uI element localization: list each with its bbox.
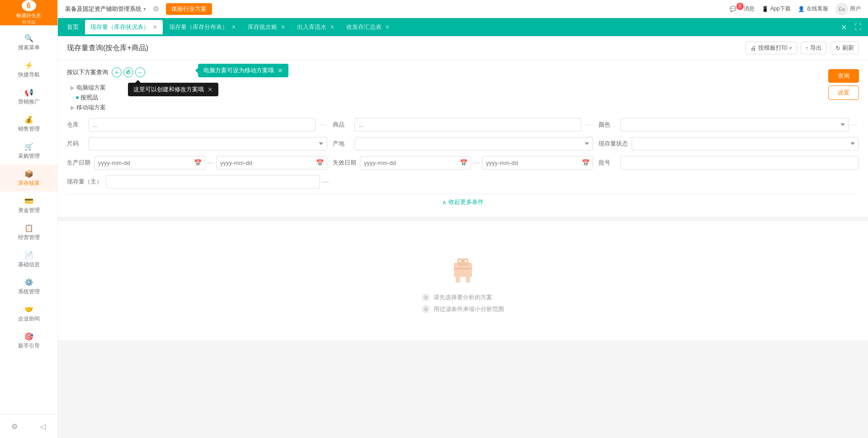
online-service-action[interactable]: 👤 在线客服 xyxy=(798,5,828,13)
sidebar-item-enterprise[interactable]: 🤝 企业协同 xyxy=(0,300,57,327)
calendar-icon-expire-end[interactable]: 📅 xyxy=(582,159,590,166)
sidebar-item-finance[interactable]: 💳 资金管理 xyxy=(0,192,57,219)
tab-inout-flow[interactable]: 出入库流水 ✕ xyxy=(292,20,340,34)
sidebar-item-sales[interactable]: 💰 销售管理 xyxy=(0,110,57,137)
filter-row-2: 尺码 产地 现存量状态 xyxy=(67,137,859,151)
sidebar-item-inventory[interactable]: 📦 库存核算 xyxy=(0,165,57,192)
svg-point-2 xyxy=(459,260,461,262)
goods-input[interactable] xyxy=(354,118,581,132)
filter-label: 按以下方案查询 xyxy=(67,68,108,76)
sidebar-item-system[interactable]: ⚙️ 系统管理 xyxy=(0,273,57,300)
gear-icon-btn[interactable]: ⚙ xyxy=(150,3,162,15)
query-button[interactable]: 查询 xyxy=(828,69,859,83)
guide-icon: 🎯 xyxy=(24,332,33,341)
origin-label: 产地 xyxy=(333,140,351,148)
tab-close-all-btn[interactable]: ✕ xyxy=(837,21,850,33)
collapse-label: 收起更多条件 xyxy=(448,198,484,206)
tab-inventory-distribution[interactable]: 现存量（库存分布表） ✕ xyxy=(164,20,241,34)
collapse-sidebar-btn[interactable]: ◁ xyxy=(37,420,49,433)
empty-step-2-text: 用过滤条件来缩小分析范围 xyxy=(434,305,504,313)
collapse-more-btn[interactable]: ∧ 收起更多条件 xyxy=(67,194,859,210)
expire-date-start-wrap: 📅 xyxy=(360,156,471,170)
finance-icon: 💳 xyxy=(24,196,33,205)
warehouse-input[interactable] xyxy=(89,118,316,132)
expire-date-end[interactable] xyxy=(482,156,593,170)
tab-close-distribution[interactable]: ✕ xyxy=(231,24,236,30)
produce-date-end[interactable] xyxy=(216,156,327,170)
tab-close-inout[interactable]: ✕ xyxy=(330,24,335,30)
expire-date-start[interactable] xyxy=(360,156,471,170)
sidebar-item-operations[interactable]: 📋 经营管理 xyxy=(0,219,57,246)
color-more-icon[interactable]: ⋯ xyxy=(849,121,859,128)
stock-qty-range: — xyxy=(106,175,329,188)
sidebar-item-purchase[interactable]: 🛒 采购管理 xyxy=(0,137,57,165)
scheme-group-pc-name[interactable]: 电脑端方案 xyxy=(76,84,106,92)
app-download-action[interactable]: 📱 App下载 xyxy=(762,5,791,13)
svg-rect-5 xyxy=(466,277,470,283)
tab-close-inventory-status[interactable]: ✕ xyxy=(153,24,157,30)
back-scheme-btn[interactable]: ← xyxy=(135,67,145,77)
filter-field-goods: 商品 ⋯ xyxy=(333,118,593,132)
reset-button[interactable]: 设置 xyxy=(828,85,859,100)
message-action[interactable]: 💬 9 消息 xyxy=(730,5,755,13)
print-btn[interactable]: 🖨 按模板打印 ▾ xyxy=(745,42,797,54)
stock-qty-min[interactable] xyxy=(106,175,320,188)
warehouse-more-icon[interactable]: ⋯ xyxy=(317,121,327,128)
system-icon: ⚙️ xyxy=(24,278,33,287)
sidebar-item-marketing[interactable]: 📢 营销推广 xyxy=(0,83,57,110)
tab-batch-ledger[interactable]: 库存批次账 ✕ xyxy=(242,20,291,34)
sidebar-nav: 🔍 搜索菜单 ⚡ 快捷导航 📢 营销推广 💰 销售管理 🛒 采购管理 📦 库存核… xyxy=(0,25,57,414)
produce-date-label: 生产日期 xyxy=(67,159,90,167)
tab-receive-send-label: 收发存汇总表 xyxy=(346,23,382,31)
batch-input[interactable] xyxy=(620,156,859,170)
scheme-toggle-pc[interactable]: ▶ xyxy=(71,85,75,91)
settings-bottom-btn[interactable]: ⚙ xyxy=(8,420,21,433)
filter-field-expire-date: 失效日期 📅 — 📅 xyxy=(333,156,593,170)
svg-point-7 xyxy=(462,260,463,262)
avatar-text: Ea xyxy=(839,6,844,12)
calendar-icon-produce-end[interactable]: 📅 xyxy=(316,159,324,166)
sidebar-item-basic[interactable]: 📄 基础信息 xyxy=(0,246,57,273)
goods-more-icon[interactable]: ⋯ xyxy=(583,121,593,128)
color-select[interactable] xyxy=(620,118,849,132)
calendar-icon-produce-start[interactable]: 📅 xyxy=(194,159,202,166)
header-left: 装备及固定资产辅助管理系统 ▾ ⚙ 体验行业方案 xyxy=(65,3,212,15)
size-select[interactable] xyxy=(89,137,327,151)
sidebar-item-quicknav[interactable]: ⚡ 快捷导航 xyxy=(0,56,57,83)
add-scheme-btn[interactable]: + xyxy=(112,67,122,77)
scheme-item-label: 按照品 xyxy=(80,94,98,102)
refresh-btn[interactable]: ↻ 刷新 xyxy=(830,42,859,54)
empty-illustration xyxy=(445,248,481,284)
tooltip-pc-close[interactable]: ✕ xyxy=(278,67,283,74)
refresh-scheme-btn[interactable] xyxy=(123,67,133,77)
calendar-icon-expire-start[interactable]: 📅 xyxy=(460,159,467,166)
tooltip-pc-text: 电脑方案可设为移动方案哦 xyxy=(203,66,274,75)
experience-button[interactable]: 体验行业方案 xyxy=(166,3,212,15)
sidebar-item-search[interactable]: 🔍 搜索菜单 xyxy=(0,29,57,56)
produce-date-start[interactable] xyxy=(94,156,205,170)
tab-close-batch[interactable]: ✕ xyxy=(281,24,285,30)
tab-close-receive[interactable]: ✕ xyxy=(385,24,390,30)
tab-home[interactable]: 首页 xyxy=(61,20,84,34)
system-selector[interactable]: 装备及固定资产辅助管理系统 ▾ xyxy=(65,5,146,13)
tab-maximize-btn[interactable]: ⛶ xyxy=(852,21,864,33)
print-chevron-icon: ▾ xyxy=(789,45,792,51)
sidebar-item-guide[interactable]: 🎯 新手引导 xyxy=(0,327,57,354)
app-download-label: App下载 xyxy=(770,5,791,13)
scheme-tooltip-close[interactable]: ✕ xyxy=(208,86,213,93)
export-btn[interactable]: ↑ 导出 xyxy=(801,42,827,54)
logo-icon: 6 xyxy=(22,0,36,11)
step-number-1: ① xyxy=(422,293,430,301)
empty-step-1-text: 请先选择要分析的方案 xyxy=(434,293,492,301)
sidebar-label-guide: 新手引导 xyxy=(18,342,40,350)
scheme-group-mobile-name[interactable]: 移动端方案 xyxy=(76,104,106,112)
stock-status-select[interactable] xyxy=(632,137,859,151)
filter-field-stock-qty: 现存量（主） — xyxy=(67,175,329,188)
origin-select[interactable] xyxy=(354,137,593,151)
tab-inventory-status[interactable]: 现存量（库存状况表） ✕ xyxy=(85,20,163,34)
message-icon: 💬 xyxy=(730,6,736,12)
sidebar: 6 畅通好生意 标准版 🔍 搜索菜单 ⚡ 快捷导航 📢 营销推广 💰 销售管理 … xyxy=(0,0,58,438)
scheme-toggle-mobile[interactable]: ▶ xyxy=(71,104,75,111)
user-action[interactable]: Ea 用户 xyxy=(835,3,861,15)
tab-receive-send[interactable]: 收发存汇总表 ✕ xyxy=(341,20,395,34)
